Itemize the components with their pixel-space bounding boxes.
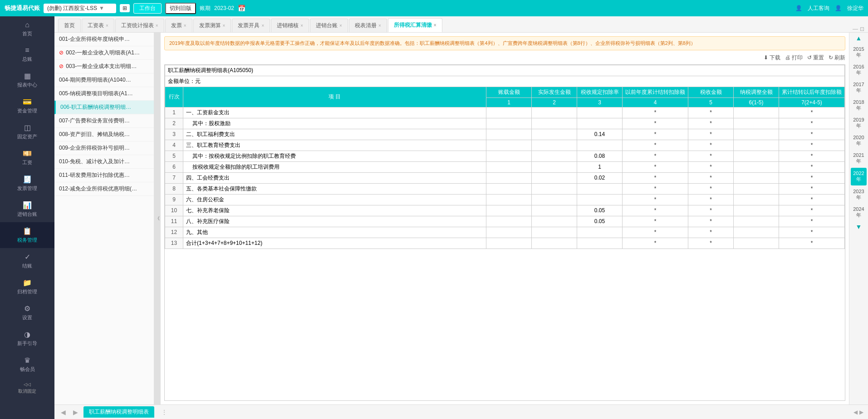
tab-sales-ledger-close[interactable]: × [339, 23, 342, 28]
bottom-nav-right[interactable]: ▶ [71, 409, 80, 416]
cell-col3[interactable]: 0.08 [577, 151, 623, 161]
calendar-icon[interactable]: 📅 [238, 5, 245, 12]
year-item[interactable]: 2020年 [849, 132, 868, 150]
collapse-btn[interactable]: 《 [154, 33, 161, 404]
table-row[interactable]: 13 合计(1+3+4+7+8+9+10+11+12) * * * [165, 238, 845, 248]
tab-invoice-calc-close[interactable]: × [223, 23, 226, 28]
workbench-button[interactable]: 工作台 [133, 3, 162, 14]
cell-col2[interactable] [532, 205, 577, 216]
table-row[interactable]: 12 九、其他 * * * [165, 227, 845, 238]
table-row[interactable]: 11 八、补充医疗保险 0.05 * * * [165, 216, 845, 227]
cell-col1[interactable] [486, 107, 532, 118]
cell-col3[interactable]: 0.05 [577, 205, 623, 216]
year-nav-down[interactable]: ▼ [854, 221, 864, 232]
year-item[interactable]: 2017年 [849, 79, 868, 97]
sidebar-item-report-center[interactable]: ▦ 报表中心 [0, 67, 54, 93]
tab-payroll[interactable]: 工资表 × [82, 19, 114, 32]
table-row[interactable]: 6 按税收规定全额扣除的职工培训费用 1 * * * [165, 161, 845, 172]
cell-col6[interactable] [734, 161, 779, 172]
cell-col6[interactable] [734, 129, 779, 140]
tab-payroll-stat-close[interactable]: × [156, 23, 158, 28]
year-item[interactable]: 2019年 [849, 114, 868, 132]
sidebar-item-tax-mgmt[interactable]: 📋 税务管理 [0, 222, 54, 248]
sheet-tab[interactable]: 职工薪酬纳税调整明细表 [83, 406, 154, 418]
year-item[interactable]: 2024年 [849, 204, 868, 221]
cell-col2[interactable] [532, 194, 577, 205]
cell-col3[interactable] [577, 118, 623, 129]
tab-tax-clear-close[interactable]: × [378, 23, 381, 28]
cell-col2[interactable] [532, 140, 577, 151]
sidebar-item-asset-mgmt[interactable]: 💳 资金管理 [0, 93, 54, 119]
table-row[interactable]: 4 三、职工教育经费支出 * * * [165, 140, 845, 151]
cell-col2[interactable] [532, 118, 577, 129]
cell-col3[interactable] [577, 227, 623, 238]
refresh-button[interactable]: ↻ 刷新 [829, 54, 845, 62]
print-button[interactable]: 🖨 打印 [785, 54, 803, 62]
tab-input-check-close[interactable]: × [300, 23, 303, 28]
sidebar-item-invoice-mgmt[interactable]: 🧾 发票管理 [0, 171, 54, 196]
cell-col1[interactable] [486, 183, 532, 194]
cell-col3[interactable]: 0.02 [577, 172, 623, 183]
cell-col1[interactable] [486, 118, 532, 129]
tab-invoice[interactable]: 发票 × [165, 19, 192, 32]
scroll-right-icon[interactable]: ▶ [859, 409, 863, 415]
cell-col1[interactable] [486, 227, 532, 238]
cell-col2[interactable] [532, 129, 577, 140]
cell-col3[interactable] [577, 194, 623, 205]
tab-min-icon[interactable]: — [853, 26, 858, 32]
cell-col3[interactable] [577, 107, 623, 118]
table-row[interactable]: 1 一、工资薪金支出 * * * [165, 107, 845, 118]
tab-invoice-open-close[interactable]: × [261, 23, 264, 28]
cell-col3[interactable]: 0.05 [577, 216, 623, 227]
table-row[interactable]: 3 二、职工福利费支出 0.14 * * * [165, 129, 845, 140]
cell-col6[interactable] [734, 172, 779, 183]
tab-income-tax-close[interactable]: × [434, 23, 436, 28]
cell-col6[interactable] [734, 118, 779, 129]
cell-col6[interactable] [734, 238, 779, 248]
year-item[interactable]: 2018年 [849, 97, 868, 114]
file-item-003[interactable]: ⊘ 003-一般企业成本支出明细… [54, 60, 154, 73]
sidebar-item-fixed-assets[interactable]: ◫ 固定资产 [0, 119, 54, 145]
cell-col1[interactable] [486, 194, 532, 205]
cell-col2[interactable] [532, 151, 577, 161]
cell-col6[interactable] [734, 227, 779, 238]
sidebar-item-member[interactable]: ♛ 畅会员 [0, 351, 54, 377]
table-wrapper[interactable]: 职工薪酬纳税调整明细表(A105050) 金额单位：元 行次 项 目 账载金额 … [164, 64, 845, 401]
bottom-nav-left[interactable]: ◀ [59, 409, 68, 416]
year-item[interactable]: 2022年 [851, 168, 867, 185]
tab-payroll-close[interactable]: × [106, 23, 108, 28]
file-item-004[interactable]: 004-期间费用明细表(A1040… [54, 73, 154, 87]
file-item-002[interactable]: ⊘ 002-一般企业收入明细表(A1… [54, 46, 154, 60]
file-item-009[interactable]: 009-企业所得税弥补亏损明… [54, 141, 154, 155]
sidebar-item-settings[interactable]: ⚙ 设置 [0, 300, 54, 326]
cell-col1[interactable] [486, 151, 532, 161]
cell-col6[interactable] [734, 194, 779, 205]
table-row[interactable]: 8 五、各类基本社会保障性缴款 * * * [165, 183, 845, 194]
table-row[interactable]: 10 七、补充养老保险 0.05 * * * [165, 205, 845, 216]
cell-col6[interactable] [734, 216, 779, 227]
cell-col6[interactable] [734, 151, 779, 161]
cell-col3[interactable]: 1 [577, 161, 623, 172]
table-row[interactable]: 5 其中：按税收规定比例扣除的职工教育经费 0.08 * * * [165, 151, 845, 161]
cell-col1[interactable] [486, 172, 532, 183]
file-item-007[interactable]: 007-广告费和业务宣传费明… [54, 114, 154, 128]
tab-tax-clear[interactable]: 税表清册 × [349, 19, 387, 32]
file-item-005[interactable]: 005-纳税调整项目明细表(A1… [54, 87, 154, 101]
file-item-008[interactable]: 008-资产折旧、摊销及纳税… [54, 128, 154, 141]
cell-col3[interactable]: 0.14 [577, 129, 623, 140]
cell-col2[interactable] [532, 172, 577, 183]
cell-col6[interactable] [734, 107, 779, 118]
oldver-button[interactable]: 切到旧版 [165, 3, 196, 14]
tab-invoice-calc[interactable]: 发票测算 × [193, 19, 231, 32]
cell-col1[interactable] [486, 216, 532, 227]
sidebar-item-archive[interactable]: 📁 归档管理 [0, 274, 54, 300]
file-item-012[interactable]: 012-减免企业所得税优惠明细(… [54, 182, 154, 196]
file-item-010[interactable]: 010-免税、减计收入及加计… [54, 155, 154, 169]
year-item[interactable]: 2015年 [849, 44, 868, 61]
table-row[interactable]: 2 其中：股权激励 * * * [165, 118, 845, 129]
cell-col2[interactable] [532, 183, 577, 194]
year-item[interactable]: 2023年 [849, 186, 868, 204]
cell-col2[interactable] [532, 107, 577, 118]
table-row[interactable]: 7 四、工会经费支出 0.02 * * * [165, 172, 845, 183]
year-item[interactable]: 2016年 [849, 61, 868, 79]
